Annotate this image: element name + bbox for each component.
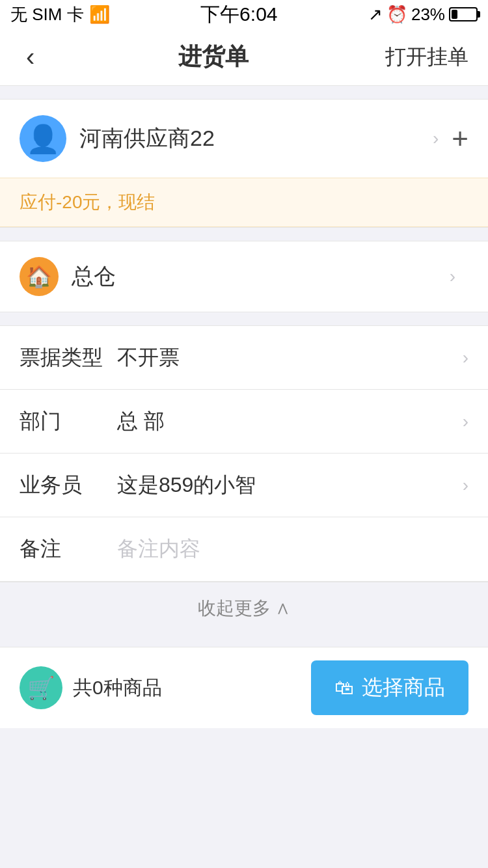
gap-4 xyxy=(0,634,488,647)
gap-3 xyxy=(0,312,488,325)
supplier-name: 河南供应商22 xyxy=(79,124,420,154)
cart-bag-icon: 🛒 xyxy=(27,675,55,701)
select-product-button[interactable]: 🛍 选择商品 xyxy=(311,660,468,715)
status-left: 无 SIM 卡 📶 xyxy=(10,3,110,26)
department-value: 总 部 xyxy=(117,407,463,436)
salesperson-value: 这是859的小智 xyxy=(117,471,463,500)
product-count-text: 共0种商品 xyxy=(73,675,162,701)
collapse-button[interactable]: 收起更多 ∧ xyxy=(0,582,488,634)
warehouse-chevron-icon: › xyxy=(450,266,455,287)
invoice-type-label: 票据类型 xyxy=(20,344,104,372)
department-chevron-icon: › xyxy=(463,411,468,432)
department-row[interactable]: 部门 总 部 › xyxy=(0,390,488,454)
remark-label: 备注 xyxy=(20,535,104,563)
nav-bar: ‹ 进货单 打开挂单 xyxy=(0,29,488,86)
battery-fill xyxy=(452,10,457,19)
warehouse-icon: 🏠 xyxy=(20,257,59,296)
remark-row[interactable]: 备注 备注内容 xyxy=(0,517,488,581)
remark-placeholder: 备注内容 xyxy=(117,535,468,563)
status-right: ↗ ⏰ 23% xyxy=(368,5,478,25)
notice-banner: 应付-20元，现结 xyxy=(0,178,488,227)
gap-2 xyxy=(0,228,488,241)
invoice-type-value: 不开票 xyxy=(117,344,463,372)
select-cart-icon: 🛍 xyxy=(334,677,354,699)
invoice-type-row[interactable]: 票据类型 不开票 › xyxy=(0,326,488,390)
status-time: 下午6:04 xyxy=(200,1,277,28)
notice-text: 应付-20元，现结 xyxy=(20,192,155,212)
alarm-icon: ⏰ xyxy=(386,5,407,25)
back-button[interactable]: ‹ xyxy=(20,36,41,78)
open-pending-button[interactable]: 打开挂单 xyxy=(385,43,468,72)
supplier-card: 👤 河南供应商22 › + 应付-20元，现结 xyxy=(0,99,488,228)
salesperson-label: 业务员 xyxy=(20,471,104,500)
supplier-row[interactable]: 👤 河南供应商22 › + xyxy=(0,100,488,178)
department-label: 部门 xyxy=(20,407,104,436)
product-icon: 🛒 xyxy=(20,666,62,709)
select-product-label: 选择商品 xyxy=(362,673,445,702)
battery-icon xyxy=(449,7,478,21)
add-button[interactable]: + xyxy=(452,122,468,155)
battery-percent: 23% xyxy=(411,5,445,25)
house-icon: 🏠 xyxy=(26,264,52,289)
warehouse-row[interactable]: 🏠 总仓 › xyxy=(0,241,488,312)
avatar: 👤 xyxy=(20,115,66,162)
collapse-label: 收起更多 ∧ xyxy=(198,596,291,621)
background-fill xyxy=(0,728,488,868)
warehouse-card[interactable]: 🏠 总仓 › xyxy=(0,241,488,312)
gap-1 xyxy=(0,86,488,99)
form-card: 票据类型 不开票 › 部门 总 部 › 业务员 这是859的小智 › 备注 备注… xyxy=(0,325,488,582)
person-icon: 👤 xyxy=(26,123,60,155)
nav-title: 进货单 xyxy=(178,41,249,73)
bottom-bar: 🛒 共0种商品 🛍 选择商品 xyxy=(0,647,488,728)
invoice-type-chevron-icon: › xyxy=(463,347,468,368)
warehouse-name: 总仓 xyxy=(72,262,437,292)
supplier-chevron-icon: › xyxy=(433,128,439,149)
location-icon: ↗ xyxy=(368,5,383,25)
salesperson-chevron-icon: › xyxy=(463,475,468,496)
salesperson-row[interactable]: 业务员 这是859的小智 › xyxy=(0,454,488,517)
wifi-icon: 📶 xyxy=(89,5,110,25)
product-count-area: 🛒 共0种商品 xyxy=(20,666,162,709)
status-bar: 无 SIM 卡 📶 下午6:04 ↗ ⏰ 23% xyxy=(0,0,488,29)
no-sim-text: 无 SIM 卡 xyxy=(10,3,84,26)
